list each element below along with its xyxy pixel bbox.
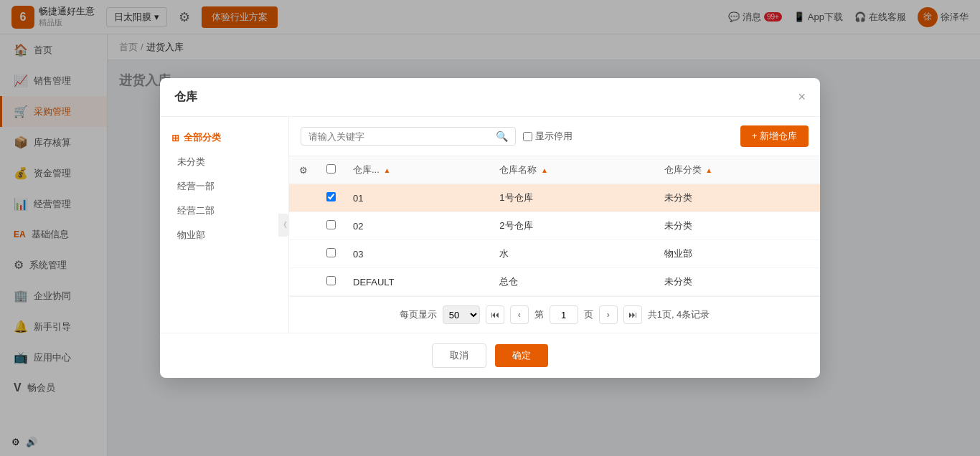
pagination: 每页显示 50 10 20 100 ⏮ ‹ 第 页 › ⏭ 共1页, 4条记录	[289, 296, 820, 333]
col-gear: ⚙	[289, 156, 318, 184]
col-checkbox	[318, 156, 344, 184]
table-row[interactable]: DEFAULT 总仓 未分类	[289, 268, 820, 296]
row-checkbox-2[interactable]	[326, 220, 336, 229]
modal-close-button[interactable]: ×	[798, 90, 806, 105]
category-item-property[interactable]: 物业部	[160, 223, 288, 247]
modal-title: 仓库	[174, 90, 197, 105]
row-name-1: 1号仓库	[491, 184, 655, 212]
table-row[interactable]: 02 2号仓库 未分类	[289, 212, 820, 240]
category-item-unclassified[interactable]: 未分类	[160, 150, 288, 174]
all-categories-label: 全部分类	[184, 131, 221, 144]
prev-page-btn[interactable]: ‹	[510, 305, 529, 324]
search-box: 🔍	[301, 127, 516, 146]
row-code-1: 01	[344, 184, 491, 212]
modal-body: ⊞ 全部分类 未分类 经营一部 经营二部 物业部 《	[160, 117, 820, 333]
total-info: 共1页, 4条记录	[648, 308, 710, 321]
table-panel: 🔍 显示停用 + 新增仓库 ⚙	[289, 117, 820, 333]
row-cat-2: 未分类	[656, 212, 820, 240]
sort-category-icon: ▲	[705, 166, 712, 174]
row-cb-1	[318, 184, 344, 212]
row-code-3: 03	[344, 240, 491, 268]
last-page-btn[interactable]: ⏭	[623, 305, 642, 324]
col-code: 仓库... ▲	[344, 156, 491, 184]
row-code-2: 02	[344, 212, 491, 240]
first-page-btn[interactable]: ⏮	[486, 305, 504, 324]
row-name-4: 总仓	[491, 268, 655, 296]
col-category: 仓库分类 ▲	[656, 156, 820, 184]
modal-footer: 取消 确定	[160, 333, 820, 378]
page-number-input[interactable]	[550, 305, 578, 324]
category-item-ops2[interactable]: 经营二部	[160, 199, 288, 223]
per-page-label: 每页显示	[400, 308, 437, 321]
select-all-checkbox[interactable]	[326, 164, 336, 174]
per-page-select[interactable]: 50 10 20 100	[443, 305, 480, 324]
row-gear-2	[289, 212, 318, 240]
show-disabled-text: 显示停用	[535, 130, 573, 143]
row-checkbox-3[interactable]	[326, 248, 336, 257]
show-disabled-label: 显示停用	[523, 130, 573, 143]
row-cat-4: 未分类	[656, 268, 820, 296]
modal-header: 仓库 ×	[160, 78, 820, 117]
table-row[interactable]: 03 水 物业部	[289, 240, 820, 268]
row-gear-1	[289, 184, 318, 212]
all-categories[interactable]: ⊞ 全部分类	[160, 125, 288, 150]
row-name-3: 水	[491, 240, 655, 268]
row-name-2: 2号仓库	[491, 212, 655, 240]
row-cb-3	[318, 240, 344, 268]
row-checkbox-4[interactable]	[326, 276, 336, 285]
table-row[interactable]: 01 1号仓库 未分类	[289, 184, 820, 212]
row-checkbox-1[interactable]	[326, 192, 336, 201]
page-unit: 页	[584, 308, 593, 321]
col-name: 仓库名称 ▲	[491, 156, 655, 184]
next-page-btn[interactable]: ›	[599, 305, 618, 324]
row-gear-4	[289, 268, 318, 296]
cancel-button[interactable]: 取消	[432, 343, 486, 368]
row-cat-3: 物业部	[656, 240, 820, 268]
sort-name-icon: ▲	[541, 166, 548, 174]
panel-collapse-btn[interactable]: 《	[278, 214, 288, 237]
show-disabled-checkbox[interactable]	[523, 132, 532, 141]
warehouse-modal: 仓库 × ⊞ 全部分类 未分类 经营一部 经营二部 物业部	[160, 78, 820, 378]
page-label: 第	[534, 308, 544, 321]
category-panel: ⊞ 全部分类 未分类 经营一部 经营二部 物业部 《	[160, 117, 289, 333]
right-toolbar: 🔍 显示停用 + 新增仓库	[289, 117, 820, 156]
search-input[interactable]	[308, 131, 491, 142]
search-icon[interactable]: 🔍	[496, 130, 508, 142]
grid-icon: ⊞	[171, 133, 179, 143]
row-gear-3	[289, 240, 318, 268]
row-cb-4	[318, 268, 344, 296]
row-code-4: DEFAULT	[344, 268, 491, 296]
category-item-ops1[interactable]: 经营一部	[160, 174, 288, 199]
row-cat-1: 未分类	[656, 184, 820, 212]
sort-code-icon: ▲	[383, 166, 390, 174]
warehouse-table-wrap: ⚙ 仓库... ▲ 仓库名称 ▲	[289, 156, 820, 296]
add-warehouse-button[interactable]: + 新增仓库	[740, 125, 809, 147]
warehouse-table: ⚙ 仓库... ▲ 仓库名称 ▲	[289, 156, 820, 296]
modal-overlay: 仓库 × ⊞ 全部分类 未分类 经营一部 经营二部 物业部	[0, 0, 980, 456]
row-cb-2	[318, 212, 344, 240]
confirm-button[interactable]: 确定	[495, 344, 548, 367]
